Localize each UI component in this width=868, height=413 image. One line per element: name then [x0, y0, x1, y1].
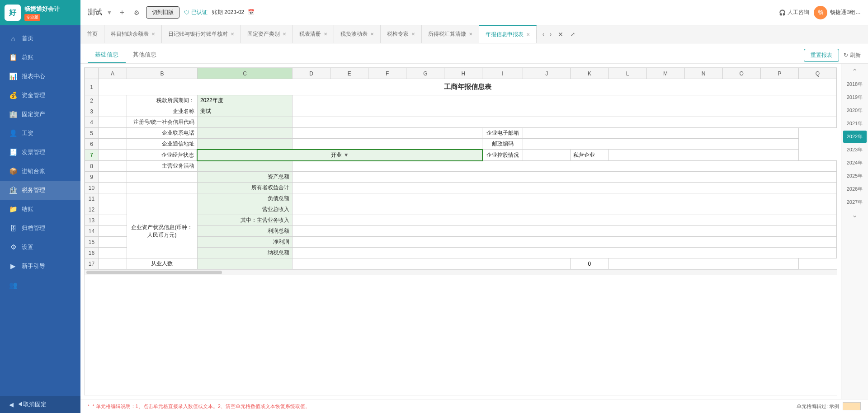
cell-8-B[interactable]: 主营业务活动 — [127, 161, 198, 172]
cell-6-J-Q[interactable] — [523, 139, 798, 150]
tab-close-icon[interactable]: ✕ — [469, 32, 472, 37]
col-header-L[interactable]: L — [609, 68, 646, 79]
col-header-P[interactable]: P — [760, 68, 798, 79]
cell-5-D-H[interactable] — [292, 128, 482, 139]
cell-5-A[interactable] — [99, 128, 127, 139]
service-button[interactable]: 🎧 人工咨询 — [779, 9, 809, 16]
cell-16-A[interactable] — [99, 248, 127, 258]
col-header-B[interactable]: B — [127, 68, 198, 79]
tab-expand-button[interactable]: ⤢ — [568, 30, 578, 38]
year-down-button[interactable]: ⌄ — [850, 209, 859, 221]
year-item-2027[interactable]: 2027年 — [843, 196, 867, 208]
cell-6-D-H[interactable] — [292, 139, 482, 150]
cell-3-rest[interactable] — [292, 106, 837, 117]
cell-11-B[interactable] — [127, 193, 198, 204]
tab-close-icon[interactable]: ✕ — [151, 32, 155, 37]
cell-2-C[interactable]: 2022年度 — [197, 95, 292, 106]
cell-17-D-J[interactable] — [292, 258, 571, 269]
sub-tab-other[interactable]: 其他信息 — [126, 47, 164, 63]
h-scrollbar[interactable] — [85, 269, 837, 275]
tab-tax-table[interactable]: 税表清册 ✕ — [293, 25, 334, 43]
cell-4-A[interactable] — [99, 117, 127, 128]
cell-17-A[interactable] — [99, 258, 127, 269]
cell-9-C[interactable]: 资产总额 — [197, 172, 292, 183]
cell-5-B[interactable]: 企业联系电话 — [127, 128, 198, 139]
sidebar-item-cash[interactable]: 💰 资金管理 — [0, 86, 80, 105]
cell-3-C[interactable]: 测试 — [197, 106, 292, 117]
cell-6-I[interactable]: 邮政编码 — [482, 139, 523, 150]
cell-7-A[interactable] — [99, 150, 127, 161]
cell-4-B[interactable]: 注册号/统一社会信用代码 — [127, 117, 198, 128]
cell-10-B[interactable] — [127, 183, 198, 193]
cell-16-rest[interactable] — [292, 248, 837, 258]
tab-prev-button[interactable]: ‹ — [541, 30, 546, 38]
settings-gear-icon[interactable]: ⚙ — [132, 7, 142, 18]
col-header-F[interactable]: F — [368, 68, 406, 79]
cell-9-rest[interactable] — [292, 172, 837, 183]
spreadsheet-main[interactable]: A B C D E F G H I J K L — [84, 67, 837, 395]
sidebar-item-tax[interactable]: 🏦 税务管理 — [0, 181, 80, 200]
cell-11-C[interactable]: 负债总额 — [197, 193, 292, 204]
cell-17-B[interactable]: 从业人数 — [127, 258, 198, 269]
tab-close-icon[interactable]: ✕ — [283, 32, 286, 37]
sidebar-item-wage[interactable]: 👤 工资 — [0, 124, 80, 143]
col-header-A[interactable]: A — [99, 68, 127, 79]
cell-11-A[interactable] — [99, 193, 127, 204]
cell-7-B[interactable]: 企业经营状态 — [127, 150, 198, 161]
table-title-cell[interactable]: 工商年报信息表 — [99, 79, 837, 95]
cell-2-A[interactable] — [99, 95, 127, 106]
cell-8-rest[interactable] — [292, 161, 837, 172]
sidebar-unfix-button[interactable]: ◀ ◀取消固定 — [0, 396, 80, 413]
sidebar-item-extra[interactable]: 👥 — [0, 276, 80, 295]
cell-7-J[interactable] — [523, 150, 571, 161]
cell-7-I[interactable]: 企业控股情况 — [482, 150, 523, 161]
sidebar-item-guide[interactable]: ▶ 新手引导 — [0, 257, 80, 276]
col-header-C[interactable]: C — [197, 68, 292, 79]
cell-12-A[interactable] — [99, 204, 127, 215]
year-item-2021[interactable]: 2021年 — [843, 117, 867, 130]
cell-15-rest[interactable] — [292, 237, 837, 248]
cell-8-C[interactable] — [197, 161, 292, 172]
h-scrollbar-thumb[interactable] — [86, 271, 222, 274]
sidebar-item-settle[interactable]: 📁 结账 — [0, 200, 80, 219]
sidebar-item-ledger[interactable]: 📋 总账 — [0, 48, 80, 67]
cell-4-rest[interactable] — [292, 117, 837, 128]
tab-close-icon[interactable]: ✕ — [324, 32, 327, 37]
col-header-D[interactable]: D — [292, 68, 330, 79]
year-item-2020[interactable]: 2020年 — [843, 104, 867, 117]
cell-15-C[interactable]: 净利润 — [197, 237, 292, 248]
cell-3-B[interactable]: 企业名称 — [127, 106, 198, 117]
cell-14-A[interactable] — [99, 226, 127, 237]
col-header-I[interactable]: I — [482, 68, 523, 79]
cell-10-C[interactable]: 所有者权益合计 — [197, 183, 292, 193]
cell-10-A[interactable] — [99, 183, 127, 193]
tab-close-icon[interactable]: ✕ — [231, 32, 234, 37]
cell-6-B[interactable]: 企业通信地址 — [127, 139, 198, 150]
year-item-2024[interactable]: 2024年 — [843, 157, 867, 169]
sidebar-item-invoice[interactable]: 🧾 发票管理 — [0, 143, 80, 162]
col-header-N[interactable]: N — [684, 68, 722, 79]
tab-home[interactable]: 首页 — [80, 25, 104, 43]
cell-7-dropdown[interactable]: 开业 ▼ — [197, 150, 482, 161]
cell-14-C[interactable]: 利润总额 — [197, 226, 292, 237]
cell-17-K[interactable]: 0 — [571, 258, 609, 269]
sub-tab-basic[interactable]: 基础信息 — [88, 47, 126, 63]
year-item-2023[interactable]: 2023年 — [843, 144, 867, 156]
cell-13-A[interactable] — [99, 215, 127, 226]
year-item-2022[interactable]: 2022年 — [843, 131, 867, 143]
cell-12-C[interactable]: 营业总收入 — [197, 204, 292, 215]
col-header-H[interactable]: H — [444, 68, 482, 79]
cell-15-A[interactable] — [99, 237, 127, 248]
tab-fixed-asset[interactable]: 固定资产类别 ✕ — [241, 25, 293, 43]
tab-close-icon[interactable]: ✕ — [526, 32, 530, 37]
cell-6-A[interactable] — [99, 139, 127, 150]
col-header-Q[interactable]: Q — [798, 68, 836, 79]
sidebar-item-home[interactable]: ⌂ 首页 — [0, 29, 80, 48]
cell-10-rest[interactable] — [292, 183, 837, 193]
col-header-J[interactable]: J — [523, 68, 571, 79]
col-header-O[interactable]: O — [722, 68, 760, 79]
tab-close-all-button[interactable]: ✕ — [555, 30, 566, 39]
cell-7-rest[interactable] — [609, 150, 798, 161]
cell-6-C[interactable] — [197, 139, 292, 150]
cell-5-I[interactable]: 企业电子邮箱 — [482, 128, 523, 139]
